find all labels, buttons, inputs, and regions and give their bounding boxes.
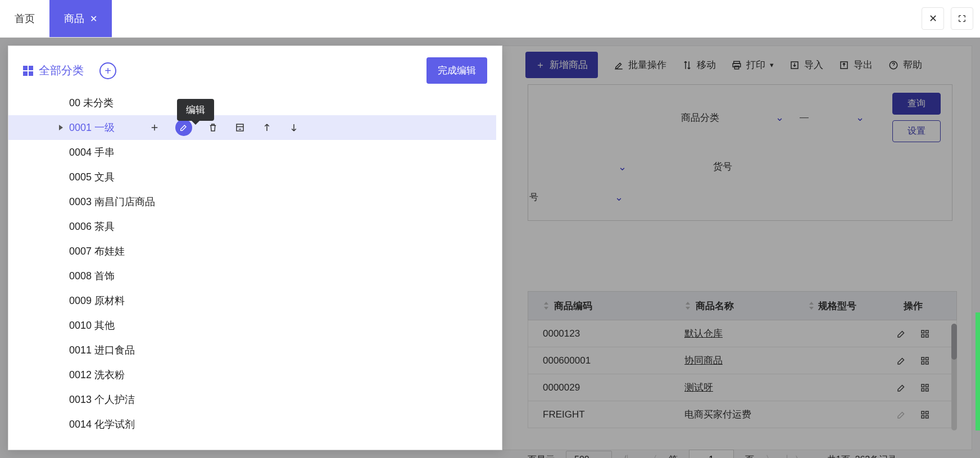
tab-product[interactable]: 商品 ✕ xyxy=(49,0,112,37)
category-item[interactable]: 0006 茶具 xyxy=(8,214,496,239)
category-item[interactable]: 0005 文具 xyxy=(8,165,496,189)
category-label: 0010 其他 xyxy=(69,319,115,332)
tab-home[interactable]: 首页 xyxy=(0,0,49,37)
category-item[interactable]: 0007 布娃娃 xyxy=(8,239,496,264)
category-item[interactable]: 0009 原材料 xyxy=(8,288,496,313)
delete-icon[interactable] xyxy=(207,121,219,134)
category-label: 00 未分类 xyxy=(69,96,114,110)
category-item[interactable]: 0011 进口食品 xyxy=(8,338,496,362)
category-label: 0003 南昌门店商品 xyxy=(69,195,155,208)
grid-icon xyxy=(23,66,33,76)
category-item[interactable]: 00 未分类 xyxy=(8,90,496,115)
move-down-icon[interactable] xyxy=(288,121,300,134)
category-item[interactable]: 0001 一级 xyxy=(8,115,496,140)
caret-right-icon xyxy=(59,125,63,130)
add-child-icon[interactable] xyxy=(148,121,161,134)
category-label: 0009 原材料 xyxy=(69,294,125,307)
category-item[interactable]: 0010 其他 xyxy=(8,313,496,338)
tab-label: 首页 xyxy=(15,12,35,25)
edit-icon[interactable] xyxy=(175,119,192,136)
category-label: 0008 首饰 xyxy=(69,269,115,283)
close-all-button[interactable]: ✕ xyxy=(922,7,944,30)
category-item[interactable]: 0003 南昌门店商品 xyxy=(8,189,496,214)
close-icon[interactable]: ✕ xyxy=(90,13,97,24)
category-label: 0012 洗衣粉 xyxy=(69,368,125,382)
category-item[interactable]: 0013 个人护洁 xyxy=(8,387,496,412)
button-label: 完成编辑 xyxy=(438,65,476,76)
category-label: 0013 个人护洁 xyxy=(69,393,135,406)
add-category-button[interactable]: + xyxy=(99,62,116,79)
tooltip-edit: 编辑 xyxy=(177,99,214,121)
svg-rect-20 xyxy=(237,124,243,131)
category-item[interactable]: 0008 首饰 xyxy=(8,264,496,288)
tabs-bar: 首页 商品 ✕ ✕ xyxy=(0,0,980,38)
window-scroll-indicator xyxy=(976,312,980,430)
category-item[interactable]: 0014 化学试剂 xyxy=(8,412,496,437)
category-header: 全部分类 + 完成编辑 xyxy=(8,46,502,90)
category-editor-modal: 全部分类 + 完成编辑 00 未分类0001 一级0004 手串0005 文具0… xyxy=(8,46,502,450)
category-label: 0004 手串 xyxy=(69,146,115,159)
category-label: 0001 一级 xyxy=(69,121,115,134)
category-label: 0007 布娃娃 xyxy=(69,244,125,258)
fullscreen-button[interactable] xyxy=(951,7,973,30)
category-label: 0014 化学试剂 xyxy=(69,418,135,431)
category-label: 0011 进口食品 xyxy=(69,343,135,357)
category-item[interactable]: 0012 洗衣粉 xyxy=(8,362,496,387)
category-list[interactable]: 00 未分类0001 一级0004 手串0005 文具0003 南昌门店商品00… xyxy=(8,90,502,458)
category-title[interactable]: 全部分类 xyxy=(39,63,84,78)
category-label: 0005 文具 xyxy=(69,170,115,184)
finish-edit-button[interactable]: 完成编辑 xyxy=(427,57,487,84)
archive-icon[interactable] xyxy=(234,121,246,134)
tooltip-text: 编辑 xyxy=(186,105,205,115)
tab-label: 商品 xyxy=(64,12,84,25)
category-label: 0006 茶具 xyxy=(69,220,115,233)
move-up-icon[interactable] xyxy=(261,121,273,134)
category-item[interactable]: 0004 手串 xyxy=(8,140,496,165)
